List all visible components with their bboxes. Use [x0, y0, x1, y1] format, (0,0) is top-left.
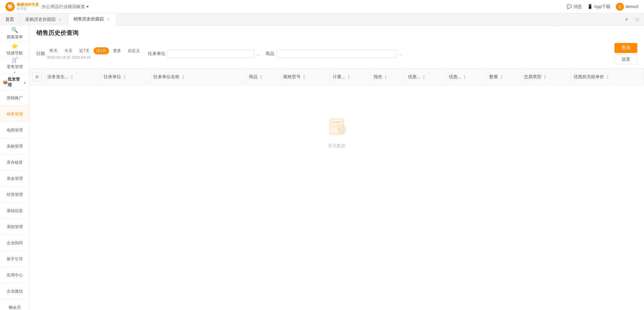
col-unit[interactable]: 计量... ▲▼: [330, 69, 371, 85]
goods-filter-label: 商品: [266, 51, 274, 57]
sidebar: 🔍 搜索菜单 ⭐ 快捷导航 🛒 零售管理 ▼ 📦 批发管理 ▲ 营销推广 销售管…: [0, 25, 30, 310]
sales-history-tab-close[interactable]: ×: [106, 17, 111, 21]
sidebar-item-search[interactable]: 🔍 搜索菜单: [0, 25, 29, 42]
sidebar-item-enterprise-collab-label: 企业协同: [7, 240, 23, 246]
download-icon: 📱: [587, 4, 593, 9]
sidebar-item-system-label: 系统管理: [7, 224, 23, 230]
goods-dots-button[interactable]: ...: [399, 51, 403, 56]
sidebar-item-member[interactable]: 畅会员: [0, 299, 29, 310]
maximize-window-button[interactable]: □: [633, 15, 641, 23]
top-bar: 畅 畅捷信好生意 标准版 办公用品行业模拟账套 ▾ 💬 消息 📱 App下载 D…: [0, 0, 644, 13]
date-option-1month[interactable]: 近1月: [94, 47, 109, 54]
col-settings: ⚙: [30, 69, 45, 85]
column-settings-button[interactable]: ⚙: [32, 72, 42, 82]
close-window-button[interactable]: ×: [623, 15, 631, 23]
sidebar-item-purchase[interactable]: 采购管理: [0, 138, 29, 154]
sort-icon-spec: ▲▼: [303, 74, 306, 80]
retail-icon: 🛒: [11, 57, 18, 63]
page-header: ❓ 帮助 ↻ 导入 ↓ 导出 ✓ 只看最后一次 销售历史价查询: [30, 25, 644, 69]
help-link[interactable]: ❓ 帮助: [553, 25, 568, 26]
sidebar-item-marketing[interactable]: 营销推广: [0, 90, 29, 106]
col-discount2[interactable]: 优惠... ▲▼: [446, 69, 487, 85]
message-icon: 💬: [567, 4, 572, 9]
dropdown-chevron-icon: ▾: [87, 4, 89, 9]
sidebar-item-finance[interactable]: 资金管理: [0, 170, 29, 186]
sidebar-item-wholesale[interactable]: 📦 批发管理 ▲: [0, 74, 29, 90]
date-option-today[interactable]: 今天: [62, 47, 75, 54]
date-option-7days[interactable]: 近7天: [76, 47, 92, 54]
col-business-date[interactable]: 业务发生... ▲▼: [45, 69, 101, 85]
sidebar-item-enterprise-collab[interactable]: 企业协同: [0, 235, 29, 251]
date-filter-options-col: 昨天 今天 近7天 近1月 更多 自定义 2023-02-18 至 2023-0…: [47, 47, 143, 60]
date-option-custom[interactable]: 自定义: [125, 47, 143, 54]
sidebar-item-quick-nav[interactable]: ⭐ 快捷导航: [0, 42, 29, 58]
sort-icon-quoted-price: ▲▼: [385, 74, 387, 80]
sort-icon-business-date: ▲▼: [70, 74, 73, 80]
export-link[interactable]: ↓ 导出: [589, 25, 601, 26]
home-tab-label: 首页: [5, 16, 14, 22]
date-filter-group: 日期 昨天 今天 近7天 近1月 更多 自定义 2023-02-18 至 202…: [36, 47, 143, 60]
partner-input-group: ...: [167, 50, 260, 58]
table-header-row: ⚙ 业务发生... ▲▼ 往来单位 ▲▼ 往来单位名称 ▲▼: [30, 69, 644, 85]
top-bar-right: 💬 消息 📱 App下载 D demo2: [567, 3, 639, 11]
star-icon: ⭐: [11, 43, 18, 49]
sort-icon-partner-code: ▲▼: [123, 74, 126, 80]
wholesale-icon: 📦: [3, 80, 8, 85]
col-spec[interactable]: 规格型号 ▲▼: [280, 69, 330, 85]
sidebar-item-finance-label: 资金管理: [7, 176, 23, 182]
user-menu[interactable]: D demo2: [616, 3, 639, 11]
sort-icon-partner-name: ▲▼: [182, 74, 184, 80]
tab-home[interactable]: 首页: [0, 13, 20, 25]
only-last-checkbox[interactable]: ✓ 只看最后一次: [605, 25, 637, 26]
sidebar-item-guide-label: 新手引导: [7, 256, 23, 262]
col-discount1[interactable]: 优惠... ▲▼: [405, 69, 446, 85]
sidebar-item-purchase-label: 采购管理: [7, 144, 23, 149]
goods-filter-group: 商品 ...: [266, 50, 403, 58]
sidebar-item-enterprise-wechat-label: 企业微信: [7, 289, 23, 294]
sidebar-item-search-label: 搜索菜单: [7, 34, 23, 40]
sidebar-item-enterprise-wechat[interactable]: 企业微信: [0, 283, 29, 299]
sidebar-item-basic-info[interactable]: 基础信息: [0, 202, 29, 218]
sidebar-item-app-center[interactable]: 应用中心: [0, 267, 29, 283]
sidebar-item-retail[interactable]: 🛒 零售管理 ▼: [0, 58, 29, 74]
avatar: D: [616, 3, 624, 11]
partner-input[interactable]: [167, 50, 255, 58]
col-partner-code[interactable]: 往来单位 ▲▼: [101, 69, 150, 85]
sidebar-item-system[interactable]: 系统管理: [0, 218, 29, 235]
sidebar-item-basic-info-label: 基础信息: [7, 208, 23, 214]
app-title-dropdown[interactable]: 办公用品行业模拟账套 ▾: [42, 4, 89, 10]
import-link[interactable]: ↻ 导入: [572, 25, 585, 26]
export-icon: ↓: [589, 25, 592, 26]
purchase-history-tab-label: 采购历史价跟踪: [25, 16, 56, 22]
wholesale-arrow-icon: ▲: [23, 81, 26, 84]
app-download-button[interactable]: 📱 App下载: [587, 4, 610, 10]
sidebar-item-guide[interactable]: 新手引导: [0, 251, 29, 267]
col-quoted-price[interactable]: 报价 ▲▼: [371, 69, 405, 85]
data-table: ⚙ 业务发生... ▲▼ 往来单位 ▲▼ 往来单位名称 ▲▼: [30, 69, 644, 85]
empty-state-text: 暂无数据: [328, 143, 345, 149]
sidebar-item-ecommerce[interactable]: 电商管理: [0, 122, 29, 138]
col-transaction-type[interactable]: 交易类型 ▲▼: [521, 69, 571, 85]
col-quantity[interactable]: 数量 ▲▼: [487, 69, 521, 85]
sidebar-item-inventory[interactable]: 库存核算: [0, 154, 29, 170]
partner-dots-button[interactable]: ...: [257, 51, 260, 56]
col-goods[interactable]: 商品 ▲▼: [246, 69, 280, 85]
sidebar-item-sales-mgmt[interactable]: 销售管理: [0, 106, 29, 122]
sidebar-item-operations[interactable]: 经营管理: [0, 186, 29, 202]
partner-filter-group: 往来单位 ...: [148, 50, 260, 58]
filter-bar: 日期 昨天 今天 近7天 近1月 更多 自定义 2023-02-18 至 202…: [36, 40, 637, 66]
col-pre-tax-price[interactable]: 优惠前无税单价 ▲▼: [571, 69, 644, 85]
col-partner-name[interactable]: 往来单位名称 ▲▼: [151, 69, 246, 85]
sales-history-tab-label: 销售历史价跟踪: [73, 16, 104, 22]
tab-purchase-history[interactable]: 采购历史价跟踪 ×: [20, 13, 68, 25]
tab-sales-history[interactable]: 销售历史价跟踪 ×: [68, 13, 116, 25]
date-option-more[interactable]: 更多: [110, 47, 124, 54]
date-option-yesterday[interactable]: 昨天: [47, 47, 60, 54]
purchase-history-tab-close[interactable]: ×: [58, 17, 62, 22]
goods-input[interactable]: [276, 50, 397, 58]
query-button[interactable]: 查询: [614, 43, 637, 53]
svg-rect-2: [332, 121, 342, 122]
message-button[interactable]: 💬 消息: [567, 4, 582, 10]
sidebar-item-quick-nav-label: 快捷导航: [7, 50, 23, 56]
settings-button[interactable]: 设置: [614, 54, 637, 64]
